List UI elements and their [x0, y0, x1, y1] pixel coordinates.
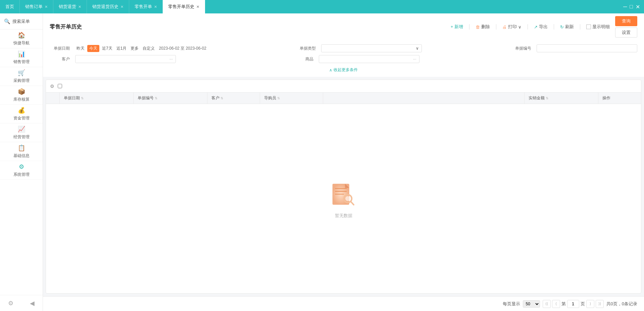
- divider-4: [554, 24, 554, 30]
- tab-sales-return-close[interactable]: ✕: [78, 5, 81, 9]
- refresh-button[interactable]: ↻ 刷新: [557, 22, 577, 31]
- filter-section: 零售开单历史 + 新增 🗑 删除 🖨: [43, 13, 644, 77]
- sidebar-search[interactable]: 🔍 搜索采单: [0, 13, 43, 30]
- next-page-btn[interactable]: ⟩: [586, 300, 594, 308]
- date-custom[interactable]: 自定义: [141, 45, 156, 52]
- sidebar-settings-icon[interactable]: ⚙: [8, 300, 13, 307]
- sidebar-item-basic-info[interactable]: 📋 基础信息: [0, 142, 43, 161]
- doc-no-input[interactable]: [537, 44, 637, 52]
- window-minimize-btn[interactable]: ─: [623, 4, 627, 10]
- th-customer[interactable]: 客户 ⇅: [207, 93, 260, 104]
- tab-retail-open[interactable]: 零售开单 ✕: [129, 0, 163, 13]
- page-label-after: 页: [581, 301, 585, 307]
- svg-line-7: [350, 201, 353, 205]
- sidebar-item-basic-info-label: 基础信息: [13, 153, 30, 159]
- sidebar-item-quick-nav[interactable]: 🏠 快捷导航: [0, 30, 43, 48]
- th-guide[interactable]: 导购员 ⇅: [260, 93, 323, 104]
- query-button[interactable]: 查询: [615, 16, 637, 26]
- table-header-row: 单据日期 ⇅ 单据编号 ⇅ 客户: [46, 93, 641, 104]
- table-settings-icon[interactable]: ⚙: [50, 84, 54, 89]
- prev-page-btn[interactable]: ⟨: [552, 300, 560, 308]
- tab-sales-return[interactable]: 销货退货 ✕: [53, 0, 87, 13]
- sidebar-item-inventory[interactable]: 📦 库存核算: [0, 86, 43, 105]
- th-date[interactable]: 单据日期 ⇅: [59, 93, 133, 104]
- tab-sales-order-close[interactable]: ✕: [45, 5, 48, 9]
- th-no[interactable]: 单据编号 ⇅: [133, 93, 207, 104]
- tab-retail-open-label: 零售开单: [135, 4, 152, 10]
- sidebar-item-operations[interactable]: 📈 经营管理: [0, 123, 43, 142]
- tab-retail-open-close[interactable]: ✕: [154, 5, 157, 9]
- export-icon: ↗: [534, 24, 538, 30]
- display-btn-label: 显示明细: [592, 24, 610, 30]
- sidebar-search-label: 搜索采单: [12, 18, 30, 24]
- sidebar-item-inventory-label: 库存核算: [13, 97, 30, 102]
- sales-icon: 📊: [18, 50, 25, 58]
- print-btn-label: 打印: [508, 24, 517, 30]
- dropdown-arrow-icon: ∨: [416, 46, 419, 51]
- current-page-input[interactable]: [567, 300, 579, 308]
- settings-button[interactable]: 设置: [615, 28, 637, 38]
- goods-ellipsis-icon: ···: [413, 57, 416, 61]
- sidebar-item-sales-mgmt[interactable]: 📊 销售管理: [0, 48, 43, 67]
- print-arrow: ∨: [518, 24, 522, 30]
- display-detail-button[interactable]: 显示明细: [584, 22, 612, 31]
- first-page-btn[interactable]: ⟨⟨: [543, 300, 551, 308]
- tab-home-label: 首页: [5, 4, 14, 10]
- tab-sales-return-label: 销货退货: [59, 4, 76, 10]
- date-7days[interactable]: 近7天: [101, 45, 114, 52]
- date-yesterday[interactable]: 昨天: [75, 45, 86, 52]
- th-date-label: 单据日期: [64, 95, 80, 101]
- export-button[interactable]: ↗ 导出: [531, 22, 550, 31]
- last-page-btn[interactable]: ⟩⟩: [596, 300, 604, 308]
- sidebar-bottom: ⚙ ◀: [0, 295, 43, 311]
- sort-date-icon: ⇅: [81, 96, 84, 100]
- tab-sales-order[interactable]: 销售订单 ✕: [20, 0, 53, 13]
- th-amount[interactable]: 实销金额 ⇅: [525, 93, 598, 104]
- tab-retail-open-history-close[interactable]: ✕: [196, 5, 199, 9]
- goods-input[interactable]: ···: [319, 55, 419, 63]
- customer-input[interactable]: ···: [75, 55, 176, 63]
- delete-icon: 🗑: [476, 24, 480, 30]
- date-more[interactable]: 更多: [129, 45, 140, 52]
- th-action-label: 操作: [602, 96, 610, 100]
- goods-label: 商品: [293, 56, 313, 62]
- window-maximize-btn[interactable]: □: [630, 4, 633, 10]
- collapse-icon: ∧: [329, 68, 332, 72]
- select-all-checkbox[interactable]: [58, 84, 62, 88]
- date-shortcuts: 昨天 今天 近7天 近1月 更多 自定义 2023-06-02 至 2023-0…: [75, 45, 206, 52]
- collapse-more-conditions[interactable]: ∧ 收起更多条件: [50, 66, 637, 75]
- page-nav: ⟨⟨ ⟨ 第 页 ⟩ ⟩⟩: [543, 300, 604, 308]
- sort-guide-icon: ⇅: [277, 96, 280, 100]
- delete-btn-label: 删除: [481, 24, 490, 30]
- new-button[interactable]: + 新增: [448, 22, 466, 31]
- system-icon: ⚙: [19, 163, 24, 170]
- doc-no-label: 单据编号: [511, 46, 531, 51]
- sidebar-item-system-mgmt-label: 系统管理: [13, 172, 30, 177]
- sidebar-item-purchase-mgmt[interactable]: 🛒 采购管理: [0, 67, 43, 86]
- sidebar-collapse-icon[interactable]: ◀: [30, 300, 35, 307]
- date-1month[interactable]: 近1月: [115, 45, 128, 52]
- filter-area: 单据日期 昨天 今天 近7天 近1月 更多 自定义 2023-06-02 至 2…: [50, 42, 637, 77]
- tab-sales-return-history-close[interactable]: ✕: [120, 5, 123, 9]
- sidebar-item-quick-nav-label: 快捷导航: [13, 40, 30, 46]
- window-close-btn[interactable]: ✕: [636, 4, 640, 10]
- delete-button[interactable]: 🗑 删除: [473, 22, 493, 31]
- divider-5: [580, 24, 580, 30]
- per-page-label: 每页显示: [503, 301, 520, 307]
- tab-retail-open-history[interactable]: 零售开单历史 ✕: [163, 0, 205, 13]
- per-page-select[interactable]: 50 100 200: [523, 300, 540, 308]
- doc-type-select[interactable]: ∨: [321, 44, 422, 52]
- tab-sales-order-label: 销售订单: [25, 4, 43, 10]
- sidebar-item-finance[interactable]: 💰 资金管理: [0, 105, 43, 123]
- display-checkbox-icon[interactable]: [586, 24, 591, 29]
- sidebar-item-purchase-mgmt-label: 采购管理: [13, 78, 30, 84]
- sidebar-item-system-mgmt[interactable]: ⚙ 系统管理: [0, 161, 43, 180]
- customer-ellipsis-icon: ···: [169, 57, 173, 61]
- table-container: ⚙ 单据日期 ⇅ 单据编: [46, 80, 641, 294]
- print-button[interactable]: 🖨 打印 ∨: [500, 22, 524, 31]
- tab-sales-return-history[interactable]: 销货退货历史 ✕: [87, 0, 129, 13]
- finance-icon: 💰: [18, 107, 25, 114]
- tab-home[interactable]: 首页: [0, 0, 20, 13]
- date-today[interactable]: 今天: [87, 45, 99, 52]
- th-no-label: 单据编号: [138, 95, 154, 101]
